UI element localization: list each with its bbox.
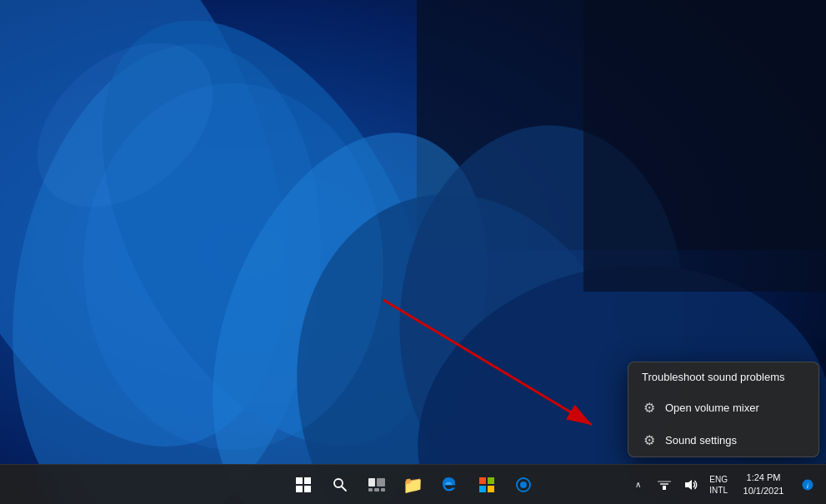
svg-rect-16 [296,486,303,492]
file-explorer-button[interactable]: 📁 [397,468,430,502]
svg-rect-28 [488,486,494,492]
svg-marker-34 [685,480,692,490]
taskbar-right: ∧ ENGINTL [626,470,819,500]
volume-mixer-label: Open volume mixer [665,402,759,414]
svg-rect-21 [377,478,385,487]
clock[interactable]: 1:24 PM 10/1/2021 [734,470,793,499]
start-button[interactable] [287,468,320,502]
context-menu: Troubleshoot sound problems ⚙ Open volum… [628,362,819,457]
svg-rect-27 [479,486,486,492]
svg-rect-17 [304,486,311,492]
gear-icon-sound: ⚙ [642,432,657,448]
desktop: Troubleshoot sound problems ⚙ Open volum… [0,0,826,504]
clock-time: 1:24 PM [747,472,781,484]
svg-rect-20 [368,478,375,487]
cortana-button[interactable] [507,468,540,502]
menu-item-volume-mixer[interactable]: ⚙ Open volume mixer [628,392,818,424]
svg-rect-23 [374,488,379,492]
edge-button[interactable] [433,468,467,502]
svg-rect-31 [663,486,666,490]
svg-rect-22 [368,488,373,492]
svg-point-30 [520,482,527,488]
menu-item-troubleshoot[interactable]: Troubleshoot sound problems [628,362,818,392]
store-button[interactable] [470,468,503,502]
notification-icon[interactable]: i [796,470,819,500]
svg-rect-33 [658,481,671,482]
svg-rect-24 [381,488,385,492]
svg-rect-14 [296,477,303,484]
clock-date: 10/1/2021 [743,485,784,497]
svg-rect-11 [583,0,826,292]
tray-chevron[interactable]: ∧ [626,470,649,500]
network-icon[interactable] [653,470,676,500]
svg-rect-25 [479,477,486,484]
gear-icon-volume: ⚙ [642,400,657,416]
troubleshoot-label: Troubleshoot sound problems [642,371,785,383]
svg-rect-26 [488,477,494,484]
sound-settings-label: Sound settings [665,434,737,447]
taskbar: 📁 [0,464,826,504]
svg-line-19 [342,487,346,491]
taskbar-center: 📁 [287,468,540,502]
search-button[interactable] [323,468,357,502]
volume-icon[interactable] [679,470,703,500]
task-view-button[interactable] [360,468,393,502]
svg-rect-32 [660,483,668,485]
svg-rect-15 [304,477,311,484]
language-text: ENGINTL [709,474,728,496]
menu-item-sound-settings[interactable]: ⚙ Sound settings [628,424,818,457]
language-indicator[interactable]: ENGINTL [706,472,731,497]
